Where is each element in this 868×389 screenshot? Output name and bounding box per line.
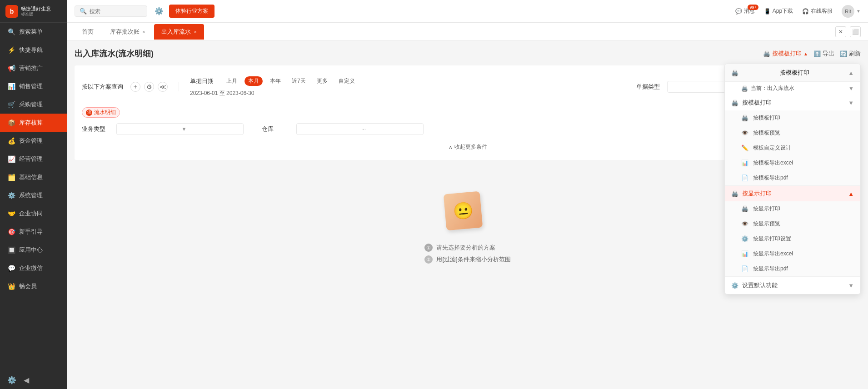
dropdown-section-display: 🖨️ 按显示打印 ▲ 🖨️ 按显示打印 👁️ 按显示预览 ⚙️ bbox=[725, 186, 860, 277]
filter-actions: ＋ ⚙ ≪ bbox=[130, 82, 168, 92]
pdf-small-icon: 📄 bbox=[741, 175, 748, 181]
export-icon: ⬆️ bbox=[813, 50, 821, 57]
filter-add-button[interactable]: ＋ bbox=[130, 82, 140, 92]
dropdown-current-label[interactable]: 🖨️ 当前：出入库流水 ▼ bbox=[725, 82, 860, 95]
page-content: 出入库流水(流水明细) 🖨️ 按模板打印 ▲ ⬆️ 导出 🔄 刷新 bbox=[67, 41, 868, 389]
topbar-online-service[interactable]: 🎧 在线客服 bbox=[802, 7, 833, 15]
display-section-chevron: ▲ bbox=[848, 190, 854, 197]
dropdown-item-display-export-pdf[interactable]: 📄 按显示导出pdf bbox=[725, 261, 860, 276]
sidebar-item-search[interactable]: 🔍 搜索菜单 bbox=[0, 23, 67, 41]
dropdown-chevron-up[interactable]: ▲ bbox=[848, 70, 854, 76]
footer-chevron-icon: ▼ bbox=[848, 282, 854, 289]
industry-solution-button[interactable]: 体验行业方案 bbox=[169, 5, 215, 18]
chevron-down-icon: ▼ bbox=[856, 9, 861, 14]
chevron-up-icon-collapse: ∧ bbox=[449, 144, 453, 150]
display-pdf-icon: 📄 bbox=[741, 265, 748, 272]
topbar-user[interactable]: Rit ▼ bbox=[842, 5, 861, 18]
sidebar-item-marketing[interactable]: 📢 营销推广 bbox=[0, 59, 67, 77]
filter-collapse-button[interactable]: ≪ bbox=[158, 82, 168, 92]
sidebar-item-quicknav[interactable]: ⚡ 快捷导航 bbox=[0, 41, 67, 59]
sidebar-item-system[interactable]: ⚙️ 系统管理 bbox=[0, 186, 67, 204]
sidebar-item-inventory[interactable]: 📦 库存核算 bbox=[0, 114, 67, 132]
business-type-select[interactable]: ▼ bbox=[116, 123, 244, 135]
dropdown-footer[interactable]: ⚙️ 设置默认功能 ▼ bbox=[725, 277, 860, 294]
sidebar-item-finance[interactable]: 💰 资金管理 bbox=[0, 132, 67, 150]
date-tab-custom[interactable]: 自定义 bbox=[335, 76, 359, 86]
step-num-1: ① bbox=[424, 244, 433, 252]
sidebar-item-member[interactable]: 👑 畅会员 bbox=[0, 277, 67, 295]
filter-settings-button[interactable]: ⚙ bbox=[144, 82, 154, 92]
sidebar-item-guide[interactable]: 🎯 新手引导 bbox=[0, 223, 67, 241]
user-avatar: Rit bbox=[842, 5, 854, 18]
sidebar-item-collab[interactable]: 🤝 企业协同 bbox=[0, 204, 67, 223]
refresh-button[interactable]: 🔄 刷新 bbox=[840, 50, 861, 58]
custom-small-icon: ✏️ bbox=[741, 145, 748, 151]
tab-inventory-flow[interactable]: 出入库流水 × bbox=[154, 24, 204, 40]
dropdown-item-display-print[interactable]: 🖨️ 按显示打印 bbox=[725, 201, 860, 216]
search-icon: 🔍 bbox=[7, 28, 15, 36]
logo-text: 畅捷通好生意 标准版 bbox=[21, 5, 51, 17]
topbar-search-box[interactable]: 🔍 bbox=[75, 5, 147, 17]
basics-icon: 🗂️ bbox=[7, 173, 15, 181]
dropdown-item-template-export-excel[interactable]: 📊 按模板导出excel bbox=[725, 155, 860, 170]
sidebar: b 畅捷通好生意 标准版 🔍 搜索菜单 ⚡ 快捷导航 📢 营销推广 📊 销售管理… bbox=[0, 0, 67, 389]
topbar-message[interactable]: 💬 消息 99+ bbox=[735, 7, 755, 15]
window-maximize-button[interactable]: ⬜ bbox=[850, 26, 861, 37]
print-template-button[interactable]: 🖨️ 按模板打印 ▲ bbox=[763, 50, 808, 58]
window-close-button[interactable]: ✕ bbox=[835, 26, 846, 37]
date-tab-prev-month[interactable]: 上月 bbox=[223, 76, 241, 86]
dropdown-item-template-export-pdf[interactable]: 📄 按模板导出pdf bbox=[725, 170, 860, 185]
topbar-app-download[interactable]: 📱 App下载 bbox=[764, 7, 793, 15]
tab-close-batch-account[interactable]: × bbox=[142, 29, 145, 35]
collapse-sidebar-icon[interactable]: ◀ bbox=[24, 376, 29, 384]
page-header: 出入库流水(流水明细) 🖨️ 按模板打印 ▲ ⬆️ 导出 🔄 刷新 bbox=[75, 48, 861, 59]
dropdown-item-display-preview[interactable]: 👁️ 按显示预览 bbox=[725, 216, 860, 231]
settings-bottom-icon[interactable]: ⚙️ bbox=[7, 376, 16, 384]
template-section-icon: 🖨️ bbox=[731, 100, 738, 106]
dropdown-section-template-header[interactable]: 🖨️ 按模板打印 ▼ bbox=[725, 95, 860, 110]
guide-icon: 🎯 bbox=[7, 228, 15, 236]
more-icon-warehouse: ··· bbox=[361, 126, 419, 132]
date-tab-7days[interactable]: 近7天 bbox=[288, 76, 309, 86]
tab-home[interactable]: 首页 bbox=[75, 24, 101, 40]
dropdown-item-display-export-excel[interactable]: 📊 按显示导出excel bbox=[725, 246, 860, 261]
excel-small-icon: 📊 bbox=[741, 160, 748, 166]
display-settings-icon: ⚙️ bbox=[741, 235, 748, 242]
date-range-text: 2023-06-01 至 2023-06-30 bbox=[190, 90, 359, 97]
wechat-icon: 💬 bbox=[7, 264, 15, 272]
system-icon: ⚙️ bbox=[7, 191, 15, 199]
sidebar-nav: 🔍 搜索菜单 ⚡ 快捷导航 📢 营销推广 📊 销售管理 🛒 采购管理 📦 库存核… bbox=[0, 23, 67, 371]
date-tab-more[interactable]: 更多 bbox=[313, 76, 331, 86]
sidebar-item-apps[interactable]: 🔲 应用中心 bbox=[0, 241, 67, 259]
dropdown-item-template-print[interactable]: 🖨️ 按模板打印 bbox=[725, 110, 860, 125]
date-tab-current-year[interactable]: 本年 bbox=[266, 76, 284, 86]
sidebar-item-basics[interactable]: 🗂️ 基础信息 bbox=[0, 168, 67, 186]
dropdown-item-template-custom[interactable]: ✏️ 模板自定义设计 bbox=[725, 140, 860, 155]
gear-icon-topbar[interactable]: ⚙️ bbox=[155, 7, 164, 15]
sidebar-item-purchase[interactable]: 🛒 采购管理 bbox=[0, 95, 67, 114]
sidebar-item-sales[interactable]: 📊 销售管理 bbox=[0, 77, 67, 95]
dropdown-item-display-settings[interactable]: ⚙️ 按显示打印设置 bbox=[725, 231, 860, 246]
search-input[interactable] bbox=[90, 8, 135, 15]
member-icon: 👑 bbox=[7, 282, 15, 290]
dropdown-section-display-header[interactable]: 🖨️ 按显示打印 ▲ bbox=[725, 186, 860, 201]
display-printer-icon: 🖨️ bbox=[741, 205, 748, 212]
tab-close-inventory-flow[interactable]: × bbox=[194, 29, 196, 35]
sidebar-item-operations[interactable]: 📈 经营管理 bbox=[0, 150, 67, 168]
dropdown-header-icon: 🖨️ bbox=[731, 70, 738, 76]
filter-tag-flow-detail[interactable]: 流 流水明细 bbox=[82, 107, 120, 118]
display-sub-items: 🖨️ 按显示打印 👁️ 按显示预览 ⚙️ 按显示打印设置 📊 按显示导出exce… bbox=[725, 201, 860, 276]
sidebar-item-wechat[interactable]: 💬 企业微信 bbox=[0, 259, 67, 277]
date-tab-current-month[interactable]: 本月 bbox=[244, 76, 263, 86]
tab-batch-account[interactable]: 库存批次账 × bbox=[103, 24, 152, 40]
message-badge: 99+ bbox=[748, 5, 758, 10]
apps-icon: 🔲 bbox=[7, 246, 15, 254]
date-tabs: 上月 本月 本年 近7天 更多 自定义 bbox=[223, 76, 359, 86]
warehouse-select[interactable]: ··· bbox=[296, 123, 424, 135]
dropdown-item-template-preview[interactable]: 👁️ 按模板预览 bbox=[725, 125, 860, 140]
page-actions: 🖨️ 按模板打印 ▲ ⬆️ 导出 🔄 刷新 bbox=[763, 50, 861, 58]
operations-icon: 📈 bbox=[7, 155, 15, 163]
date-label: 单据日期 bbox=[190, 77, 217, 85]
export-button[interactable]: ⬆️ 导出 bbox=[813, 50, 834, 58]
logo-icon: b bbox=[5, 5, 18, 18]
